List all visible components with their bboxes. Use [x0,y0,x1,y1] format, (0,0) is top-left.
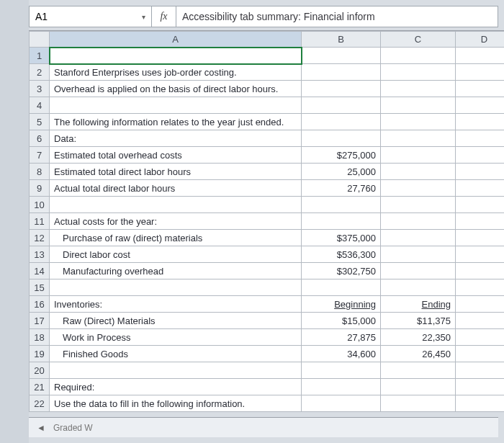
cell[interactable] [456,213,505,230]
cell[interactable]: Required: [50,379,302,395]
cell[interactable] [456,379,505,395]
select-all-corner[interactable] [30,32,50,48]
cell[interactable] [302,213,381,230]
cell[interactable]: Actual costs for the year: [50,213,302,230]
cell[interactable]: Ending [381,296,456,313]
cell[interactable]: Stanford Enterprises uses job-order cost… [50,64,302,81]
cell[interactable]: Manufacturing overhead [50,263,302,279]
row-header[interactable]: 3 [30,81,50,97]
row-header[interactable]: 17 [30,313,50,329]
cell[interactable] [50,279,302,296]
row-header[interactable]: 7 [30,147,50,164]
cell[interactable] [456,197,505,213]
cell[interactable]: Data: [50,130,302,147]
cell[interactable] [381,81,456,97]
cell[interactable] [456,279,505,296]
cell[interactable] [456,147,505,164]
cell[interactable]: The following information relates to the… [50,114,302,130]
cell[interactable] [456,97,505,114]
cell[interactable] [456,395,505,412]
cell[interactable]: Beginning [302,296,381,313]
cell[interactable] [302,279,381,296]
formula-input[interactable]: Accessibility tab summary: Financial inf… [176,6,498,27]
cell[interactable] [50,48,302,64]
cell[interactable] [381,263,456,279]
cell[interactable] [381,164,456,180]
column-header-B[interactable]: B [302,32,381,48]
cell[interactable] [302,97,381,114]
cell[interactable] [381,246,456,263]
cell[interactable] [381,180,456,197]
cell[interactable]: $275,000 [302,147,381,164]
chevron-down-icon[interactable]: ▾ [142,13,145,21]
cell[interactable] [381,48,456,64]
cell[interactable] [456,329,505,346]
cell[interactable] [381,230,456,246]
row-header[interactable]: 8 [30,164,50,180]
cell[interactable] [381,130,456,147]
cell[interactable] [456,346,505,362]
cell[interactable] [456,114,505,130]
cell[interactable]: Inventories: [50,296,302,313]
fx-button[interactable]: fx [152,6,176,27]
cell[interactable] [456,164,505,180]
cell[interactable]: Raw (Direct) Materials [50,313,302,329]
cell[interactable] [456,313,505,329]
name-box[interactable]: A1 ▾ [30,6,152,27]
column-header-A[interactable]: A [50,32,302,48]
column-header-D[interactable]: D [456,32,505,48]
cell[interactable] [302,114,381,130]
cell[interactable] [302,197,381,213]
row-header[interactable]: 21 [30,379,50,395]
cell[interactable] [456,48,505,64]
row-header[interactable]: 4 [30,97,50,114]
cell[interactable]: Work in Process [50,329,302,346]
cell[interactable]: $15,000 [302,313,381,329]
cell[interactable]: Finished Goods [50,346,302,362]
cell[interactable] [456,296,505,313]
cell[interactable]: 26,450 [381,346,456,362]
cell[interactable]: $375,000 [302,230,381,246]
row-header[interactable]: 10 [30,197,50,213]
row-header[interactable]: 22 [30,395,50,412]
row-header[interactable]: 18 [30,329,50,346]
row-header[interactable]: 1 [30,48,50,64]
cell[interactable] [381,197,456,213]
cell[interactable]: 22,350 [381,329,456,346]
cell[interactable] [456,81,505,97]
cell[interactable] [50,97,302,114]
cell[interactable] [381,97,456,114]
cell[interactable]: Actual total direct labor hours [50,180,302,197]
row-header[interactable]: 20 [30,362,50,379]
row-header[interactable]: 11 [30,213,50,230]
cell[interactable] [50,362,302,379]
cell[interactable] [381,379,456,395]
cell[interactable] [381,362,456,379]
cell[interactable] [302,395,381,412]
cell[interactable]: 34,600 [302,346,381,362]
cell[interactable]: Overhead is applied on the basis of dire… [50,81,302,97]
row-header[interactable]: 9 [30,180,50,197]
cell[interactable] [381,395,456,412]
cell[interactable] [456,64,505,81]
cell[interactable] [381,114,456,130]
cell[interactable] [302,48,381,64]
cell[interactable] [456,180,505,197]
cell[interactable]: $302,750 [302,263,381,279]
cell[interactable]: Direct labor cost [50,246,302,263]
cell[interactable]: 25,000 [302,164,381,180]
cell[interactable] [456,362,505,379]
cell[interactable] [302,379,381,395]
cell[interactable] [381,213,456,230]
cell[interactable]: $11,375 [381,313,456,329]
cell[interactable] [302,362,381,379]
row-header[interactable]: 16 [30,296,50,313]
cell[interactable]: Estimated total direct labor hours [50,164,302,180]
cell[interactable]: Estimated total overhead costs [50,147,302,164]
row-header[interactable]: 13 [30,246,50,263]
cell[interactable] [456,130,505,147]
cell[interactable] [456,246,505,263]
row-header[interactable]: 2 [30,64,50,81]
row-header[interactable]: 5 [30,114,50,130]
cell[interactable]: $536,300 [302,246,381,263]
